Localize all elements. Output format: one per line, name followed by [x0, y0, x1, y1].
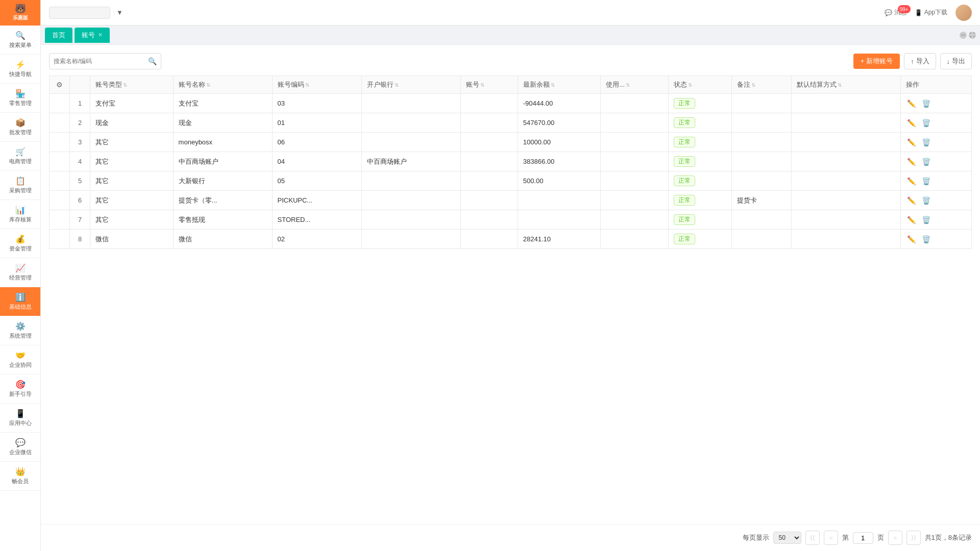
logo-text: 乐惠版: [13, 14, 28, 21]
edit-button[interactable]: ✏️: [906, 195, 917, 206]
delete-button[interactable]: 🗑️: [921, 215, 932, 225]
col-usage-header[interactable]: 使用...⇅: [601, 76, 669, 94]
sidebar-item-wechat-work[interactable]: 💬 企业微信: [0, 433, 40, 462]
col-gear-header[interactable]: ⚙: [50, 76, 70, 94]
col-status-header[interactable]: 状态⇅: [669, 76, 731, 94]
topbar-dropdown-icon[interactable]: ▼: [116, 9, 123, 16]
table-row: 5 其它 大新银行 05 500.00 正常 ✏️ 🗑️: [50, 171, 972, 191]
row-remark: [731, 113, 792, 133]
row-remark: [731, 230, 792, 249]
prev-page-button[interactable]: ＜: [824, 531, 838, 545]
delete-button[interactable]: 🗑️: [921, 176, 932, 186]
row-balance: 383866.00: [518, 152, 601, 171]
sidebar-item-basic-info[interactable]: ℹ️ 基础信息: [0, 287, 40, 316]
last-page-button[interactable]: ⟩⟩: [906, 531, 921, 545]
delete-button[interactable]: 🗑️: [921, 234, 932, 244]
edit-button[interactable]: ✏️: [906, 176, 917, 186]
export-button[interactable]: ↓ 导出: [940, 53, 972, 69]
edit-button[interactable]: ✏️: [906, 157, 917, 167]
row-balance: 28241.10: [518, 230, 601, 249]
row-default: [792, 230, 901, 249]
sidebar-item-label: 采购管理: [9, 187, 32, 194]
search-icon[interactable]: 🔍: [148, 57, 157, 65]
row-default: [792, 113, 901, 133]
add-account-button[interactable]: + 新增账号: [853, 54, 900, 69]
wholesale-icon: 📦: [15, 118, 26, 128]
sidebar-item-retail[interactable]: 🏪 零售管理: [0, 84, 40, 113]
edit-button[interactable]: ✏️: [906, 98, 917, 109]
message-button[interactable]: 💬 消息 99+: [885, 8, 906, 17]
sidebar-item-search[interactable]: 🔍 搜索菜单: [0, 26, 40, 55]
delete-button[interactable]: 🗑️: [921, 195, 932, 206]
edit-button[interactable]: ✏️: [906, 234, 917, 244]
sidebar-item-label: 批发管理: [9, 129, 32, 136]
tab-account[interactable]: 账号 ✕: [75, 28, 110, 43]
sidebar-item-wholesale[interactable]: 📦 批发管理: [0, 113, 40, 142]
per-page-select[interactable]: 50 100 200: [773, 532, 801, 544]
logo-icon: 🐻: [15, 4, 26, 13]
first-page-button[interactable]: ⟨⟨: [805, 531, 820, 545]
page-input[interactable]: [853, 532, 873, 544]
col-remark-header[interactable]: 备注⇅: [731, 76, 792, 94]
user-avatar[interactable]: [955, 5, 972, 21]
delete-button[interactable]: 🗑️: [921, 157, 932, 167]
delete-button[interactable]: 🗑️: [921, 137, 932, 147]
sidebar-item-quicknav[interactable]: ⚡ 快捷导航: [0, 55, 40, 84]
retail-icon: 🏪: [15, 89, 26, 98]
row-index: 6: [70, 191, 90, 210]
row-index: 4: [70, 152, 90, 171]
sidebar-item-inventory[interactable]: 📊 库存核算: [0, 200, 40, 229]
row-status: 正常: [669, 133, 731, 152]
search-input[interactable]: [54, 58, 148, 65]
col-bank-header[interactable]: 开户银行⇅: [362, 76, 461, 94]
edit-button[interactable]: ✏️: [906, 137, 917, 147]
sidebar-item-label: 新手引导: [9, 390, 32, 398]
delete-button[interactable]: 🗑️: [921, 98, 932, 109]
row-account: [461, 191, 518, 210]
col-balance-header[interactable]: 最新余额⇅: [518, 76, 601, 94]
export-icon: ↓: [947, 58, 950, 65]
sidebar-item-member[interactable]: 👑 畅会员: [0, 462, 40, 491]
sidebar-item-system[interactable]: ⚙️ 系统管理: [0, 316, 40, 345]
col-action-header: 操作: [900, 76, 971, 94]
row-type: 其它: [90, 171, 174, 191]
sidebar-item-appcenter[interactable]: 📱 应用中心: [0, 404, 40, 433]
row-usage: [601, 94, 669, 113]
import-button[interactable]: ↑ 导入: [904, 53, 936, 69]
app-download-button[interactable]: 📱 App下载: [915, 8, 947, 17]
topbar-search-input[interactable]: [49, 7, 110, 19]
tab-close-icon[interactable]: ✕: [98, 32, 103, 38]
col-name-header[interactable]: 账号名称⇅: [173, 76, 272, 94]
row-code: 03: [272, 94, 362, 113]
message-badge: 99+: [898, 5, 911, 13]
row-account: [461, 133, 518, 152]
col-code-header[interactable]: 账号编码⇅: [272, 76, 362, 94]
col-default-header[interactable]: 默认结算方式⇅: [792, 76, 901, 94]
message-icon: 💬: [885, 9, 892, 16]
sidebar-item-ecommerce[interactable]: 🛒 电商管理: [0, 142, 40, 171]
delete-button[interactable]: 🗑️: [921, 118, 932, 128]
sidebar-item-finance[interactable]: 💰 资金管理: [0, 229, 40, 258]
table-row: 1 支付宝 支付宝 03 -90444.00 正常 ✏️ 🗑️: [50, 94, 972, 113]
row-gear: [50, 94, 70, 113]
col-account-header[interactable]: 账号⇅: [461, 76, 518, 94]
minimize-button[interactable]: ─: [960, 32, 967, 39]
maximize-button[interactable]: ⛶: [969, 32, 976, 39]
sidebar-item-enterprise[interactable]: 🤝 企业协同: [0, 345, 40, 374]
column-settings-icon[interactable]: ⚙: [56, 81, 63, 89]
next-page-button[interactable]: ＞: [888, 531, 902, 545]
sidebar-item-purchase[interactable]: 📋 采购管理: [0, 171, 40, 200]
app-download-label: App下载: [924, 8, 947, 17]
sidebar-item-label: 资金管理: [9, 245, 32, 253]
edit-button[interactable]: ✏️: [906, 118, 917, 128]
tab-home[interactable]: 首页: [45, 28, 72, 43]
row-actions: ✏️ 🗑️: [900, 171, 971, 191]
row-bank: [362, 230, 461, 249]
sidebar-item-operations[interactable]: 📈 经营管理: [0, 258, 40, 287]
edit-button[interactable]: ✏️: [906, 215, 917, 225]
export-label: 导出: [952, 57, 965, 66]
sidebar-item-guide[interactable]: 🎯 新手引导: [0, 374, 40, 404]
row-default: [792, 191, 901, 210]
content-toolbar: 🔍 + 新增账号 ↑ 导入 ↓ 导出: [49, 53, 972, 69]
col-type-header[interactable]: 账号类型⇅: [90, 76, 174, 94]
